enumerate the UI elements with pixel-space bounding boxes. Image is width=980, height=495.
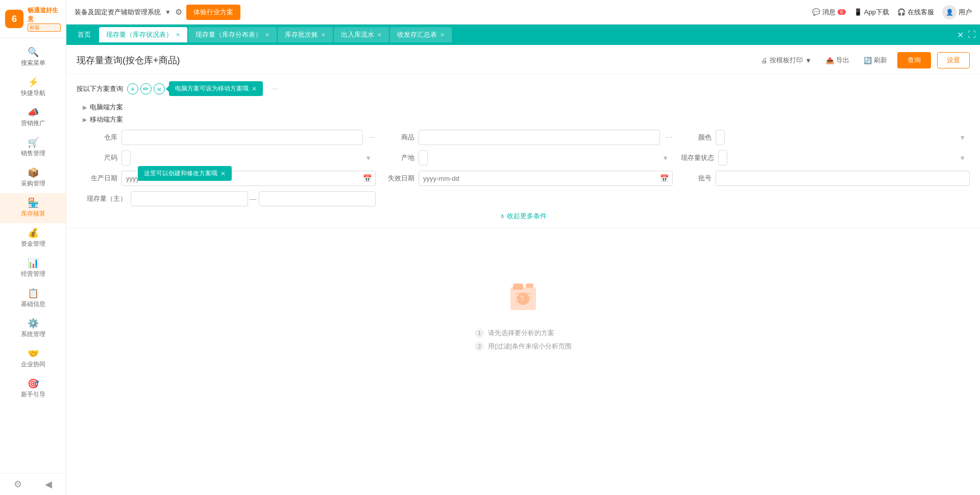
user-avatar: 👤 (942, 5, 957, 19)
tab-collect-close[interactable]: ✕ (440, 32, 445, 38)
color-select[interactable] (716, 130, 725, 145)
sidebar-item-sales[interactable]: 🛒 销售管理 (0, 133, 66, 163)
sidebar-nav: 🔍 搜索菜单 ⚡ 快捷导航 📣 营销推广 🛒 销售管理 📦 采购管理 🏪 库存核… (0, 38, 66, 473)
scheme-tooltip-text: 电脑方案可设为移动方案哦 (175, 84, 249, 93)
scheme-name-desktop: 电脑端方案 (90, 103, 123, 112)
tip-num-2: 2 (475, 342, 484, 351)
scheme-item-mobile[interactable]: ▶ 移动端方案 (83, 113, 970, 126)
user-action[interactable]: 👤 用户 (942, 5, 972, 19)
scheme-arrow-desktop: ▶ (83, 104, 87, 111)
origin-select[interactable] (419, 150, 428, 166)
system-dropdown-icon[interactable]: ▼ (165, 9, 171, 16)
inventory-icon: 🏪 (28, 198, 39, 207)
header-right: 💬 消息 6 📱 App下载 🎧 在线客服 👤 用户 (812, 5, 972, 19)
filter-field-warehouse: 仓库 ··· (87, 130, 376, 145)
filter-field-stock-status: 现存量状态 ▼ (681, 150, 970, 166)
expire-date-cal-icon: 📅 (660, 174, 669, 182)
expire-date-start[interactable] (419, 171, 673, 186)
sidebar-item-operations[interactable]: 📊 经营管理 (0, 253, 66, 284)
scheme-tooltip-close[interactable]: ✕ (252, 85, 257, 92)
tab-bar-end: ✕ ⛶ (957, 30, 976, 40)
tab-batch[interactable]: 库存批次账 ✕ (278, 27, 333, 42)
tab-collect[interactable]: 收发存汇总表 ✕ (390, 27, 452, 42)
warehouse-input[interactable] (121, 130, 363, 145)
trial-button[interactable]: 体验行业方案 (186, 5, 240, 20)
tab-inout-close[interactable]: ✕ (377, 32, 382, 38)
range-sep: — (250, 195, 257, 203)
system-name: 装备及固定资产辅助管理系统 (75, 8, 161, 17)
stock-status-select[interactable] (718, 150, 727, 166)
system-icon: ⚙️ (28, 319, 39, 328)
sidebar-item-search[interactable]: 🔍 搜索菜单 (0, 42, 66, 73)
sidebar-item-guide[interactable]: 🎯 新手引导 (0, 374, 66, 404)
sidebar-item-enterprise[interactable]: 🤝 企业协同 (0, 344, 66, 374)
size-select[interactable] (121, 150, 131, 166)
stock-qty-min[interactable] (131, 191, 248, 206)
tab-home[interactable]: 首页 (70, 27, 98, 42)
stock-status-label: 现存量状态 (681, 153, 714, 162)
produce-date-label: 生产日期 (87, 174, 117, 183)
filter-row-2: 尺码 ▼ 产地 (87, 150, 970, 166)
tab-inout[interactable]: 出入库流水 ✕ (334, 27, 389, 42)
sidebar-item-inventory[interactable]: 🏪 库存核算 (0, 193, 66, 223)
tab-bar: 首页 现存量（库存状况表） ✕ 现存量（库存分布表） ✕ 库存批次账 ✕ 出入库… (66, 25, 980, 45)
operations-icon: 📊 (28, 258, 39, 268)
refresh-button[interactable]: 🔄 刷新 (860, 54, 891, 67)
export-button[interactable]: 📤 导出 (822, 54, 853, 67)
empty-state: ? 1 请先选择要分析的方案 2 用[过滤]条件来缩小分析范围 (66, 228, 980, 392)
filter-field-size: 尺码 ▼ (87, 150, 376, 166)
print-button[interactable]: 🖨 按模板打印 ▼ (757, 54, 816, 67)
tip-num-1: 1 (475, 328, 484, 338)
sidebar-item-marketing[interactable]: 📣 营销推广 (0, 103, 66, 133)
tab-batch-close[interactable]: ✕ (321, 32, 326, 38)
export-icon: 📤 (826, 57, 834, 64)
top-header: 装备及固定资产辅助管理系统 ▼ ⚙ 体验行业方案 💬 消息 6 📱 App下载 … (66, 0, 980, 25)
sidebar-item-basic[interactable]: 📋 基础信息 (0, 284, 66, 314)
warehouse-label: 仓库 (87, 133, 117, 142)
message-badge: 6 (838, 9, 846, 15)
purchase-icon: 📦 (28, 168, 39, 177)
header-settings-icon[interactable]: ⚙ (175, 7, 182, 17)
sidebar: 6 畅通道好生意 标版 🔍 搜索菜单 ⚡ 快捷导航 📣 营销推广 🛒 销售管理 … (0, 0, 66, 495)
message-action[interactable]: 💬 消息 6 (812, 8, 846, 17)
tab-stock-status[interactable]: 现存量（库存状况表） ✕ (99, 27, 187, 42)
empty-tip-2: 2 用[过滤]条件来缩小分析范围 (475, 342, 571, 351)
scheme-item-desktop[interactable]: ▶ 电脑端方案 (83, 101, 970, 113)
warehouse-dots[interactable]: ··· (369, 133, 376, 142)
stock-qty-label: 现存量（主） (87, 194, 127, 203)
expire-date-label: 失效日期 (384, 174, 414, 183)
edit-scheme-btn[interactable]: ✏ (140, 83, 152, 95)
filter-field-origin: 产地 ▼ (384, 150, 673, 166)
sidebar-item-quick[interactable]: ⚡ 快捷导航 (0, 73, 66, 103)
goods-dots[interactable]: ··· (666, 133, 673, 142)
stock-qty-max[interactable] (259, 191, 376, 206)
scheme-dots-menu[interactable]: ··· (271, 84, 278, 93)
batch-input[interactable] (716, 171, 970, 186)
prev-scheme-btn[interactable]: « (154, 83, 165, 95)
print-icon: 🖨 (761, 57, 768, 64)
app-download-action[interactable]: 📱 App下载 (854, 8, 889, 17)
sidebar-item-system[interactable]: ⚙️ 系统管理 (0, 314, 66, 344)
tab-stock-dist[interactable]: 现存量（库存分布表） ✕ (188, 27, 277, 42)
edit-scheme-tooltip[interactable]: 这里可以创建和修改方案哦 ✕ (138, 166, 232, 181)
color-label: 颜色 (681, 133, 712, 142)
collapse-sidebar-icon[interactable]: ◀ (45, 479, 52, 490)
tab-maximize[interactable]: ⛶ (968, 30, 976, 39)
settings-button[interactable]: 设置 (937, 52, 970, 68)
query-button[interactable]: 查询 (897, 52, 931, 68)
tab-stock-status-close[interactable]: ✕ (176, 32, 180, 38)
tab-close-all[interactable]: ✕ (957, 30, 964, 40)
edit-tooltip-close[interactable]: ✕ (220, 170, 226, 177)
add-scheme-btn[interactable]: + (127, 83, 138, 95)
sales-icon: 🛒 (28, 138, 39, 147)
sidebar-item-purchase[interactable]: 📦 采购管理 (0, 163, 66, 193)
scheme-tooltip[interactable]: 电脑方案可设为移动方案哦 ✕ (169, 81, 263, 96)
sidebar-item-finance[interactable]: 💰 资金管理 (0, 223, 66, 253)
tab-stock-dist-close[interactable]: ✕ (265, 32, 270, 38)
goods-input-wrapper (419, 130, 660, 145)
online-service-action[interactable]: 🎧 在线客服 (897, 8, 934, 17)
expire-date-start-wrapper: 📅 (419, 171, 673, 186)
goods-input[interactable] (419, 130, 660, 145)
settings-bottom-icon[interactable]: ⚙ (14, 479, 22, 490)
collapse-button[interactable]: ∧ 收起更多条件 (77, 206, 970, 221)
